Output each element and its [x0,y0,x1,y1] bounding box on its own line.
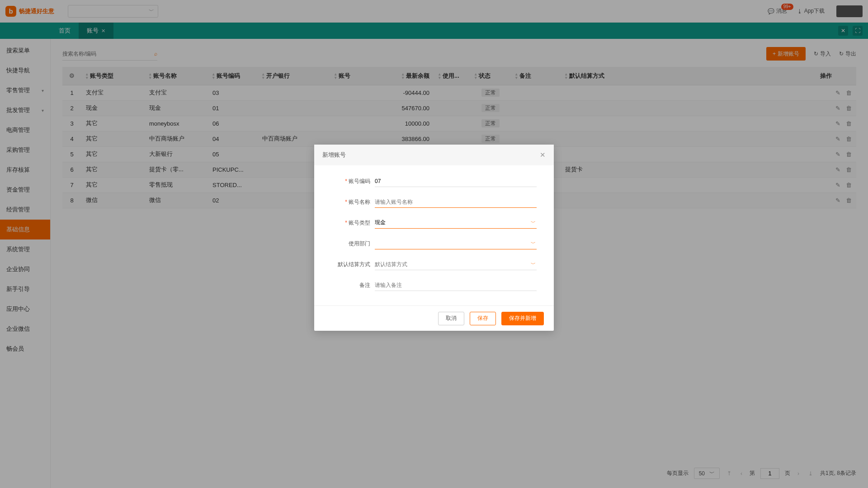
modal-backdrop[interactable]: 新增账号 ✕ *账号编码 *账号名称 *账号类型 ﹀ 使用部门 [0,0,868,488]
modal-footer: 取消 保存 保存并新增 [314,305,554,331]
field-label-type: *账号类型 [331,219,375,227]
settlement-select[interactable]: ﹀ [375,258,537,270]
add-account-modal: 新增账号 ✕ *账号编码 *账号名称 *账号类型 ﹀ 使用部门 [314,145,554,331]
chevron-down-icon: ﹀ [531,261,536,267]
chevron-down-icon: ﹀ [531,219,536,226]
field-label-code: *账号编码 [331,178,375,185]
save-and-new-button[interactable]: 保存并新增 [501,312,544,325]
department-select[interactable]: ﹀ [375,238,537,249]
save-button[interactable]: 保存 [470,312,496,325]
field-label-name: *账号名称 [331,198,375,206]
remark-input[interactable] [375,279,537,291]
modal-title: 新增账号 [322,151,346,159]
cancel-button[interactable]: 取消 [438,312,464,325]
chevron-down-icon: ﹀ [531,240,536,247]
field-label-settle: 默认结算方式 [331,261,375,268]
field-label-remark: 备注 [331,282,375,289]
account-code-input[interactable] [375,175,537,187]
modal-header: 新增账号 ✕ [314,145,554,165]
account-type-select[interactable]: ﹀ [375,217,537,229]
field-label-dept: 使用部门 [331,240,375,248]
account-name-input[interactable] [375,196,537,208]
modal-close-button[interactable]: ✕ [540,151,546,159]
